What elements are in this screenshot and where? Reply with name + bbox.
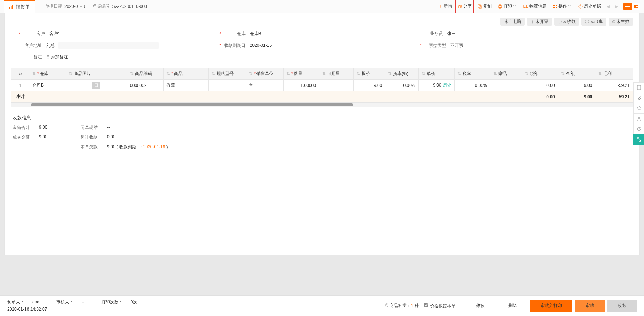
cell-spec[interactable] [208, 80, 246, 91]
warehouse-value[interactable]: 仓库B [250, 31, 261, 37]
cell-gift[interactable] [490, 80, 522, 91]
col-warehouse[interactable]: ⇅*仓库 [29, 68, 66, 80]
rail-note-button[interactable] [633, 82, 644, 93]
gift-checkbox[interactable] [504, 83, 508, 87]
badge-invoice[interactable]: ⓘ未开票 [527, 18, 552, 26]
cell-product[interactable]: 香蕉 [164, 80, 208, 91]
due-value[interactable]: 2020-01-16 [250, 43, 272, 48]
svg-point-9 [524, 7, 525, 8]
svg-rect-0 [9, 7, 10, 9]
truck-icon [523, 4, 528, 9]
cell-quote[interactable]: 9.00 [353, 80, 385, 91]
addr-redacted [58, 42, 159, 49]
logistics-button[interactable]: 物流信息 [521, 2, 549, 11]
svg-rect-16 [625, 5, 630, 5]
rail-expand-button[interactable] [633, 134, 644, 145]
due-label: 收款到期日 [223, 43, 246, 49]
cell-discount[interactable]: 0.00% [385, 80, 418, 91]
table-row[interactable]: 1 仓库B ❒ 0000002 香蕉 台 1.00000 9.00 0.00% … [11, 80, 633, 91]
col-product[interactable]: ⇅*商品 [164, 68, 208, 80]
svg-rect-22 [637, 85, 641, 90]
footer-middle: © 商品种类：1 种 价格跟踪本单 [385, 303, 456, 309]
price-history-link[interactable]: 历史 [443, 83, 451, 88]
subtotal-label: 小计 [11, 91, 29, 103]
col-qty[interactable]: ⇅*数量 [283, 68, 319, 80]
svg-point-10 [527, 7, 528, 8]
print-count: 0次 [131, 300, 137, 305]
copy-button[interactable]: 复制 [475, 2, 494, 11]
col-quote[interactable]: ⇅报价 [353, 68, 385, 80]
badge-effect[interactable]: ⊘未生效 [609, 18, 633, 26]
audit-print-button[interactable]: 审核并打印 [530, 300, 572, 312]
col-taxrate[interactable]: ⇅税率 [454, 68, 490, 80]
owe-amount: 9.00 ( 收款到期日: 2020-01-16 ) [107, 144, 168, 150]
cell-qty[interactable]: 1.00000 [283, 80, 319, 91]
col-price[interactable]: ⇅单价 [418, 68, 454, 80]
col-profit[interactable]: ⇅毛利 [595, 68, 633, 80]
info-icon: ⓘ [585, 19, 589, 24]
table-subtotal-row: 小计 0.00 9.00 -59.21 [11, 91, 633, 103]
svg-rect-8 [523, 5, 526, 7]
horizontal-scrollbar[interactable] [11, 103, 633, 107]
badge-outstock[interactable]: ⓘ未出库 [581, 18, 606, 26]
badge-receive[interactable]: ⓘ未收款 [554, 18, 579, 26]
col-image[interactable]: ⇅商品图片 [66, 68, 127, 80]
cell-price[interactable]: 9.00历史 [418, 80, 454, 91]
cell-image[interactable]: ❒ [66, 80, 127, 91]
col-amount[interactable]: ⇅金额 [558, 68, 595, 80]
badge-source: 来自电脑 [500, 18, 525, 26]
customer-value[interactable]: 客户1 [49, 31, 60, 37]
right-rail [633, 82, 644, 144]
invoice-type-label: 票据类型 [423, 43, 446, 49]
share-button[interactable]: 分享 [456, 0, 473, 13]
col-gift[interactable]: ⇅赠品 [490, 68, 522, 80]
rail-user-button[interactable] [633, 113, 644, 124]
svg-rect-12 [556, 5, 557, 6]
view-list-button[interactable] [623, 3, 632, 10]
col-taxamount[interactable]: ⇅税额 [522, 68, 558, 80]
col-unit[interactable]: ⇅*销售单位 [246, 68, 284, 80]
col-available[interactable]: ⇅可用量 [319, 68, 353, 80]
delete-button[interactable]: 删除 [498, 300, 527, 312]
col-discount[interactable]: ⇅折率(%) [385, 68, 418, 80]
cell-unit[interactable]: 台 [246, 80, 284, 91]
new-button[interactable]: ＋ 新增 [436, 2, 454, 11]
prev-arrow[interactable]: ◀ [605, 4, 611, 9]
date-value: 2020-01-16 [64, 4, 86, 9]
col-gear[interactable]: ⚙ [11, 68, 29, 80]
col-code[interactable]: ⇅商品编码 [127, 68, 164, 80]
svg-rect-21 [636, 7, 638, 8]
content-panel: 来自电脑 ⓘ未开票 ⓘ未收款 ⓘ未出库 ⊘未生效 *客户客户1 *仓库仓库B 业… [4, 13, 640, 255]
subtotal-amount: 9.00 [558, 91, 595, 103]
audit-button[interactable]: 审核 [575, 300, 605, 312]
rail-cloud-button[interactable] [633, 103, 644, 114]
invoice-type-value[interactable]: 不开票 [450, 43, 463, 49]
price-follow-checkbox[interactable]: 价格跟踪本单 [424, 303, 456, 309]
svg-rect-6 [499, 5, 501, 6]
cumulative-amount: 0.00 [107, 134, 115, 140]
view-card-button[interactable] [632, 3, 640, 10]
customer-label: 客户 [22, 31, 45, 37]
modify-button[interactable]: 修改 [466, 300, 495, 312]
rail-refresh-button[interactable] [633, 124, 644, 134]
payment-grid: 金额合计9.00 成交金额9.00 同单现结-- 累计收款0.00 本单欠款 9… [5, 125, 639, 154]
print-button[interactable]: 打印 ﹀ [496, 2, 519, 11]
gear-icon: ⚙ [18, 71, 22, 76]
cell-warehouse[interactable]: 仓库B [29, 80, 66, 91]
cell-code[interactable]: 0000002 [127, 80, 164, 91]
history-button[interactable]: 历史单据 [576, 2, 603, 11]
items-table: ⚙ ⇅*仓库 ⇅商品图片 ⇅商品编码 ⇅*商品 ⇅规格型号 ⇅*销售单位 ⇅*数… [11, 68, 633, 103]
cell-idx: 1 [11, 80, 29, 91]
next-arrow[interactable]: ▶ [613, 4, 619, 9]
cell-taxrate[interactable]: 0.00% [454, 80, 490, 91]
scrollbar-thumb[interactable] [31, 103, 353, 106]
addr-value[interactable]: 刘总 [46, 43, 55, 49]
rail-attach-button[interactable] [633, 93, 644, 103]
add-remark-link[interactable]: ⊕添加备注 [46, 54, 68, 60]
operate-button[interactable]: 操作 ﹀ [551, 2, 574, 11]
salesman-value[interactable]: 张三 [447, 31, 456, 37]
ban-icon: ⊘ [612, 19, 615, 24]
col-spec[interactable]: ⇅规格型号 [208, 68, 246, 80]
svg-point-25 [638, 117, 640, 119]
doc-tab[interactable]: 销货单 [4, 0, 35, 13]
